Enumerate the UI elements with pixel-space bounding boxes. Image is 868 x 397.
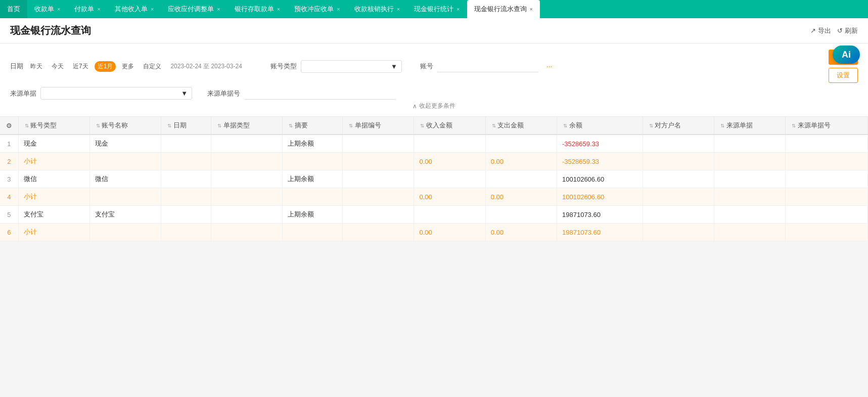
cell-source-doc-no: [786, 224, 868, 241]
col-doc-no[interactable]: ⇅ 单据编号: [343, 117, 414, 135]
close-icon[interactable]: ×: [97, 0, 100, 18]
table-row: 1现金现金上期余额-3528659.33: [0, 135, 868, 153]
cell-account-type: 现金: [18, 135, 89, 153]
header-actions: ↗ 导出 ↺ 刷新: [810, 26, 858, 35]
refresh-button[interactable]: ↺ 刷新: [837, 26, 858, 35]
cell-account-type: 小计: [18, 224, 89, 241]
cell-source-doc-no: [786, 170, 868, 188]
nav-bank-deposit[interactable]: 银行存取款单 ×: [227, 0, 287, 18]
col-doc-type[interactable]: ⇅ 单据类型: [211, 117, 282, 135]
table-row: 4小计0.000.00100102606.60: [0, 188, 868, 206]
cell-counterparty: [643, 206, 714, 224]
sort-icon: ⇅: [349, 123, 353, 128]
cell-balance: 100102606.60: [557, 188, 643, 206]
cell-expense: 0.00: [485, 188, 557, 206]
table-row: 2小计0.000.00-3528659.33: [0, 153, 868, 170]
date-shortcuts: 昨天 今天 近7天 近1月 更多 自定义: [27, 61, 164, 72]
col-income[interactable]: ⇅ 收入金额: [414, 117, 485, 135]
source-doc-num-input[interactable]: [244, 87, 396, 100]
ai-badge[interactable]: Ai: [833, 46, 860, 64]
sort-icon: ⇅: [792, 123, 796, 128]
export-button[interactable]: ↗ 导出: [810, 26, 831, 35]
close-icon[interactable]: ×: [57, 0, 60, 18]
date-btn-yesterday[interactable]: 昨天: [27, 61, 45, 72]
cell-date: [161, 170, 211, 188]
cell-date: [161, 206, 211, 224]
date-btn-custom[interactable]: 自定义: [140, 61, 164, 72]
cell-account-type: 小计: [18, 188, 89, 206]
nav-adjustment[interactable]: 应收应付调整单 ×: [161, 0, 227, 18]
nav-home[interactable]: 首页: [0, 0, 27, 18]
account-label: 账号: [420, 62, 433, 71]
nav-cash-stats[interactable]: 现金银行统计 ×: [407, 0, 467, 18]
cell-source-doc-no: [786, 135, 868, 153]
cell-summary: 上期余额: [283, 206, 343, 224]
collapse-button[interactable]: ∧ 收起更多条件: [413, 102, 455, 110]
close-icon[interactable]: ×: [530, 0, 533, 18]
nav-payment[interactable]: 付款单 ×: [67, 0, 107, 18]
nav-other-income[interactable]: 其他收入单 ×: [108, 0, 161, 18]
close-icon[interactable]: ×: [277, 0, 280, 18]
close-icon[interactable]: ×: [337, 0, 340, 18]
table-container: ⚙ ⇅ 账号类型 ⇅ 账号名称 ⇅ 日期 ⇅ 单据类型: [0, 117, 868, 241]
cell-counterparty: [643, 135, 714, 153]
nav-collection-exec[interactable]: 收款核销执行 ×: [347, 0, 407, 18]
sort-icon: ⇅: [289, 123, 293, 128]
export-icon: ↗: [810, 27, 816, 34]
refresh-icon: ↺: [837, 27, 843, 34]
col-date[interactable]: ⇅ 日期: [161, 117, 211, 135]
cell-doc-no: [343, 206, 414, 224]
cell-date: [161, 188, 211, 206]
col-settings[interactable]: ⚙: [0, 117, 18, 135]
cell-doc-type: [211, 135, 282, 153]
date-btn-7days[interactable]: 近7天: [70, 61, 92, 72]
date-btn-more[interactable]: 更多: [119, 61, 137, 72]
cell-doc-type: [211, 188, 282, 206]
cell-source-doc: [714, 153, 786, 170]
col-counterparty[interactable]: ⇅ 对方户名: [643, 117, 714, 135]
table-row: 6小计0.000.0019871073.60: [0, 224, 868, 241]
col-expense[interactable]: ⇅ 支出金额: [485, 117, 557, 135]
cell-source-doc: [714, 206, 786, 224]
chevron-down-icon: ▼: [391, 63, 397, 70]
settings-button[interactable]: 设置: [829, 68, 858, 83]
account-type-select[interactable]: ▼: [301, 60, 402, 73]
sort-icon: ⇅: [720, 123, 724, 128]
chevron-down-icon: ▼: [181, 90, 188, 97]
cell-counterparty: [643, 153, 714, 170]
date-btn-1month[interactable]: 近1月: [95, 61, 116, 72]
cell-income: 0.00: [414, 188, 485, 206]
nav-receipt[interactable]: 收款单 ×: [27, 0, 67, 18]
cell-balance: -3528659.33: [557, 153, 643, 170]
sort-icon: ⇅: [167, 123, 171, 128]
cell-account-name: 现金: [89, 135, 161, 153]
page-header: 现金银行流水查询 ↗ 导出 ↺ 刷新: [0, 18, 868, 43]
col-source-doc-no[interactable]: ⇅ 来源单据号: [786, 117, 868, 135]
close-icon[interactable]: ×: [151, 0, 154, 18]
cell-counterparty: [643, 188, 714, 206]
col-account-name[interactable]: ⇅ 账号名称: [89, 117, 161, 135]
col-account-type[interactable]: ⇅ 账号类型: [18, 117, 89, 135]
close-icon[interactable]: ×: [456, 0, 460, 18]
nav-cash-flow[interactable]: 现金银行流水查询 ×: [467, 0, 540, 18]
ellipsis-icon[interactable]: ···: [546, 62, 553, 70]
cell-source-doc: [714, 188, 786, 206]
date-btn-today[interactable]: 今天: [49, 61, 67, 72]
account-input[interactable]: [437, 60, 538, 72]
cell-doc-no: [343, 170, 414, 188]
cell-source-doc: [714, 135, 786, 153]
col-balance[interactable]: ⇅ 余额: [557, 117, 643, 135]
gear-icon[interactable]: ⚙: [6, 122, 12, 129]
cell-source-doc-no: [786, 206, 868, 224]
close-icon[interactable]: ×: [397, 0, 400, 18]
col-source-doc[interactable]: ⇅ 来源单据: [714, 117, 786, 135]
nav-prepaid-offset[interactable]: 预收冲应收单 ×: [287, 0, 347, 18]
close-icon[interactable]: ×: [217, 0, 220, 18]
col-summary[interactable]: ⇅ 摘要: [283, 117, 343, 135]
source-doc-select[interactable]: ▼: [40, 87, 192, 100]
collapse-bar: ∧ 收起更多条件: [10, 100, 858, 111]
data-table: ⚙ ⇅ 账号类型 ⇅ 账号名称 ⇅ 日期 ⇅ 单据类型: [0, 117, 868, 241]
cell-source-doc: [714, 170, 786, 188]
cell-account-name: 微信: [89, 170, 161, 188]
cell-date: [161, 153, 211, 170]
